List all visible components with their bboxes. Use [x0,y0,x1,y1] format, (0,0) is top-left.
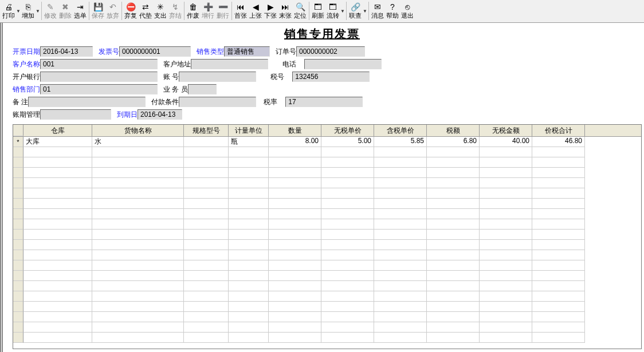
table-row[interactable] [13,240,641,250]
cell[interactable] [229,333,269,343]
tb-作废[interactable]: 🗑作废 [186,1,201,21]
cell[interactable] [23,168,92,178]
cell[interactable] [532,157,585,168]
cell[interactable] [532,312,585,322]
cell[interactable] [374,230,427,240]
cell[interactable] [480,250,532,260]
cell[interactable] [374,209,427,219]
col-货物名称[interactable]: 货物名称 [92,125,184,136]
tb-支出[interactable]: ✳支出 [153,1,168,21]
cell[interactable] [427,302,480,312]
cell[interactable] [92,199,184,209]
cell[interactable] [427,260,480,271]
cell[interactable] [269,312,321,322]
cell[interactable] [92,322,184,333]
cell[interactable] [23,188,92,199]
table-row[interactable] [13,199,641,209]
cell[interactable] [321,322,374,333]
cell[interactable] [23,302,92,312]
cell[interactable] [374,281,427,291]
col-计量单位[interactable]: 计量单位 [229,125,269,136]
cell[interactable] [23,230,92,240]
table-row[interactable] [13,219,641,230]
cell[interactable] [374,168,427,178]
cell[interactable]: 6.80 [427,137,480,147]
table-row[interactable] [13,230,641,240]
cell[interactable] [229,147,269,157]
cell[interactable] [23,260,92,271]
cell[interactable] [269,188,321,199]
cell[interactable] [480,168,532,178]
cell[interactable]: 大库 [23,137,92,147]
cell[interactable] [269,333,321,343]
cell[interactable] [532,209,585,219]
cell[interactable] [184,137,229,147]
cell[interactable] [92,240,184,250]
cell[interactable] [532,230,585,240]
cell[interactable] [184,147,229,157]
cell[interactable] [184,240,229,250]
cell[interactable] [229,168,269,178]
cell[interactable] [92,281,184,291]
cell[interactable] [427,157,480,168]
cell[interactable] [427,281,480,291]
cell[interactable] [229,302,269,312]
cell[interactable] [321,147,374,157]
cell[interactable] [229,157,269,168]
cell[interactable] [229,219,269,230]
cell[interactable] [229,230,269,240]
tb-联查[interactable]: 🔗联查 [348,1,363,21]
cell[interactable] [23,219,92,230]
cell[interactable]: 40.00 [480,137,532,147]
cell[interactable] [229,188,269,199]
table-row[interactable] [13,312,641,322]
fld-account[interactable] [179,72,256,82]
fld-due-date[interactable] [138,109,182,120]
cell[interactable] [23,291,92,302]
cell[interactable] [92,157,184,168]
cell[interactable] [92,188,184,199]
cell[interactable] [374,188,427,199]
tb-代垫[interactable]: ⇄代垫 [138,1,153,21]
table-row[interactable] [13,209,641,219]
cell[interactable] [532,178,585,188]
cell[interactable] [269,240,321,250]
cell[interactable] [427,333,480,343]
table-row[interactable] [13,250,641,260]
cell[interactable] [374,147,427,157]
cell[interactable] [92,312,184,322]
cell[interactable] [269,209,321,219]
cell[interactable]: 8.00 [269,137,321,147]
cell[interactable] [269,147,321,157]
fld-tax-rate[interactable] [285,97,363,107]
cell[interactable] [321,157,374,168]
cell[interactable] [427,322,480,333]
cell[interactable] [427,178,480,188]
cell[interactable]: 5.00 [321,137,374,147]
cell[interactable] [92,333,184,343]
cell[interactable] [184,168,229,178]
tb-打印-dropdown[interactable] [16,1,21,21]
fld-cust-name[interactable] [40,59,158,69]
cell[interactable] [532,302,585,312]
cell[interactable] [184,178,229,188]
cell[interactable] [321,230,374,240]
cell[interactable] [321,168,374,178]
cell[interactable] [427,199,480,209]
cell[interactable] [480,312,532,322]
cell[interactable] [321,281,374,291]
cell[interactable] [229,250,269,260]
fld-acct-mgmt[interactable] [40,109,111,120]
cell[interactable] [184,250,229,260]
table-row[interactable] [13,291,641,302]
cell[interactable] [480,322,532,333]
cell[interactable] [269,219,321,230]
cell[interactable] [427,219,480,230]
fld-sale-type[interactable] [224,46,270,57]
fld-pay-term[interactable] [179,97,256,107]
cell[interactable] [321,188,374,199]
tb-消息[interactable]: ✉消息 [370,1,385,21]
cell[interactable] [321,250,374,260]
cell[interactable] [427,312,480,322]
cell[interactable] [23,178,92,188]
